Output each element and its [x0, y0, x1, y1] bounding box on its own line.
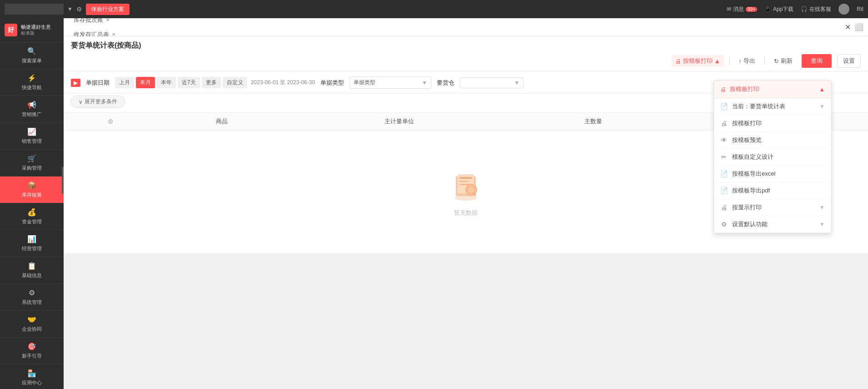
- type-select-placeholder: 单据类型: [354, 79, 375, 86]
- empty-text: 暂无数据: [454, 209, 478, 217]
- expand-more-button[interactable]: ∨ 展开更多条件: [71, 96, 125, 108]
- nav-label-marketing: 营销推广: [22, 111, 42, 118]
- nav-label-search: 搜索菜单: [22, 57, 42, 64]
- nav-label-enterprise: 企业协同: [22, 326, 42, 333]
- toolbar-divider-2: [764, 57, 765, 65]
- sidebar-items-container: 🔍 搜索菜单 ⚡ 快捷导航 📢 营销推广 📈 销售管理 🛒 采购管理 📦 库存核…: [0, 42, 64, 389]
- refresh-button[interactable]: ↻ 刷新: [770, 55, 796, 67]
- sidebar-item-finance[interactable]: 💰 资金管理: [0, 203, 64, 230]
- search-input[interactable]: [5, 4, 64, 15]
- dropdown-header-label: 按模板打印: [730, 85, 759, 93]
- main-layout: 好 畅捷通好生意 标准版 🔍 搜索菜单 ⚡ 快捷导航 📢 营销推广 📈 销售管理…: [0, 18, 868, 389]
- nav-icon-purchase: 🛒: [27, 154, 36, 163]
- printer-icon: 🖨: [675, 58, 681, 65]
- message-group[interactable]: ✉ 消息 99+: [727, 5, 757, 13]
- tab-close-batch-account[interactable]: ✕: [106, 18, 110, 22]
- type-filter-select[interactable]: 单据类型 ▼: [349, 76, 431, 89]
- dropdown-up-icon[interactable]: ▲: [819, 86, 825, 93]
- user-name: Rit: [857, 6, 863, 12]
- close-window-icon[interactable]: ✕: [845, 23, 851, 31]
- app-download-group[interactable]: 📱 App下载: [764, 5, 793, 13]
- app-badge: 标准版: [21, 30, 51, 36]
- nav-icon-appstore: 🏪: [27, 369, 36, 378]
- tpl-print-label: 按模板打印: [732, 119, 762, 127]
- display-print-icon: 🖨: [720, 204, 728, 211]
- sidebar: 好 畅捷通好生意 标准版 🔍 搜索菜单 ⚡ 快捷导航 📢 营销推广 📈 销售管理…: [0, 18, 64, 389]
- sidebar-item-appstore[interactable]: 🏪 应用中心: [0, 364, 64, 389]
- nav-icon-guide: 🎯: [27, 342, 36, 351]
- sidebar-item-sales[interactable]: 📈 销售管理: [0, 123, 64, 150]
- dropdown-current-template[interactable]: 📄 当前：要货单统计表 ▼: [714, 98, 831, 115]
- tab-bar: 首页库存批次账✕收发存汇总表✕要货单统计表✕ ✕ ⬜: [64, 18, 868, 36]
- refresh-icon: ↻: [774, 58, 779, 65]
- dropdown-default-func[interactable]: ⚙ 设置默认功能 ▼: [714, 216, 831, 233]
- message-label: 消息: [733, 5, 744, 13]
- dropdown-template-print[interactable]: 🖨 按模板打印: [714, 115, 831, 132]
- sidebar-item-basic[interactable]: 📋 基础信息: [0, 257, 64, 284]
- date-more[interactable]: 更多: [202, 77, 221, 88]
- avatar[interactable]: [838, 4, 849, 15]
- online-service-group[interactable]: 🎧 在线客服: [801, 5, 831, 13]
- export-button[interactable]: ↑ 导出: [735, 55, 759, 67]
- tab-label-batch-account: 库存批次账: [74, 18, 103, 24]
- cargo-filter-label: 要货仓: [437, 79, 454, 87]
- date-last-month[interactable]: 上月: [115, 77, 134, 88]
- tpl-excel-icon: 📄: [720, 170, 728, 177]
- tpl-design-icon: ✏: [720, 153, 728, 161]
- table-col-unit: 主计量单位: [286, 113, 513, 131]
- nav-label-appstore: 应用中心: [22, 379, 42, 386]
- logo-icon: 好: [5, 24, 17, 36]
- date-this-year[interactable]: 本年: [157, 77, 176, 88]
- date-7days[interactable]: 近7天: [178, 77, 200, 88]
- dropdown-current-label: 当前：要货单统计表: [732, 102, 785, 111]
- sidebar-item-marketing[interactable]: 📢 营销推广: [0, 96, 64, 123]
- sidebar-item-quick-nav[interactable]: ⚡ 快捷导航: [0, 69, 64, 96]
- top-bar-left: ▼ ⚙ 体验行业方案: [5, 4, 723, 15]
- nav-label-quick-nav: 快捷导航: [22, 84, 42, 91]
- sidebar-item-enterprise[interactable]: 🤝 企业协同: [0, 311, 64, 338]
- page-title: 要货单统计表(按商品): [71, 41, 141, 51]
- sidebar-item-purchase[interactable]: 🛒 采购管理: [0, 150, 64, 177]
- sidebar-logo: 好 畅捷通好生意 标准版: [0, 18, 64, 42]
- default-func-icon: ⚙: [720, 221, 728, 228]
- dropdown-template-preview[interactable]: 👁 按模板预览: [714, 132, 831, 149]
- top-bar-right: ✉ 消息 99+ 📱 App下载 🎧 在线客服 Rit: [727, 4, 863, 15]
- app-name: 畅捷通好生意: [21, 24, 51, 30]
- maximize-window-icon[interactable]: ⬜: [854, 23, 863, 31]
- display-print-arrow: ▼: [819, 204, 825, 211]
- empty-icon: [448, 167, 484, 203]
- current-arrow-icon: ▼: [819, 103, 825, 110]
- query-button[interactable]: 查询: [802, 54, 832, 68]
- expand-icon-group: ▶: [71, 79, 80, 87]
- sidebar-item-guide[interactable]: 🎯 新手引导: [0, 338, 64, 364]
- dropdown-display-print[interactable]: 🖨 按显示打印 ▼: [714, 199, 831, 216]
- dropdown-template-pdf[interactable]: 📄 按模板导出pdf: [714, 182, 831, 199]
- cargo-filter-select[interactable]: ▼: [460, 77, 524, 88]
- trial-button[interactable]: 体验行业方案: [86, 4, 130, 15]
- chevron-down-icon[interactable]: ▼: [67, 6, 73, 12]
- sidebar-item-inventory[interactable]: 📦 库存核算: [0, 177, 64, 203]
- print-button[interactable]: 🖨 按模板打印 ▲: [672, 55, 724, 67]
- gear-icon[interactable]: ⚙: [76, 5, 82, 13]
- nav-label-inventory: 库存核算: [22, 192, 42, 198]
- column-settings-icon[interactable]: ⚙: [108, 118, 114, 125]
- dropdown-template-excel[interactable]: 📄 按模板导出excel: [714, 166, 831, 182]
- dropdown-template-design[interactable]: ✏ 模板自定义设计: [714, 149, 831, 166]
- message-badge: 99+: [746, 7, 757, 12]
- sidebar-wrapper: 好 畅捷通好生意 标准版 🔍 搜索菜单 ⚡ 快捷导航 📢 营销推广 📈 销售管理…: [0, 18, 64, 389]
- dropdown-header-content: 🖨 按模板打印: [720, 85, 759, 93]
- nav-label-system: 系统管理: [22, 299, 42, 306]
- chevron-up-icon: ▲: [714, 58, 720, 65]
- table-col-settings[interactable]: ⚙: [64, 113, 158, 131]
- settings-button[interactable]: 设置: [837, 54, 861, 68]
- nav-icon-quick-nav: ⚡: [27, 74, 36, 82]
- sidebar-item-operations[interactable]: 📊 经营管理: [0, 230, 64, 257]
- sidebar-item-search[interactable]: 🔍 搜索菜单: [0, 42, 64, 69]
- sidebar-item-system[interactable]: ⚙ 系统管理: [0, 284, 64, 311]
- date-filter-group: 上月 本月 本年 近7天 更多 自定义 2023-06-01 至 2023-06…: [115, 77, 315, 88]
- default-func-arrow: ▼: [819, 221, 825, 227]
- tab-batch-account[interactable]: 库存批次账✕: [68, 18, 121, 27]
- date-custom[interactable]: 自定义: [223, 77, 247, 88]
- filter-expand-icon[interactable]: ▶: [71, 79, 80, 87]
- date-this-month[interactable]: 本月: [136, 77, 155, 88]
